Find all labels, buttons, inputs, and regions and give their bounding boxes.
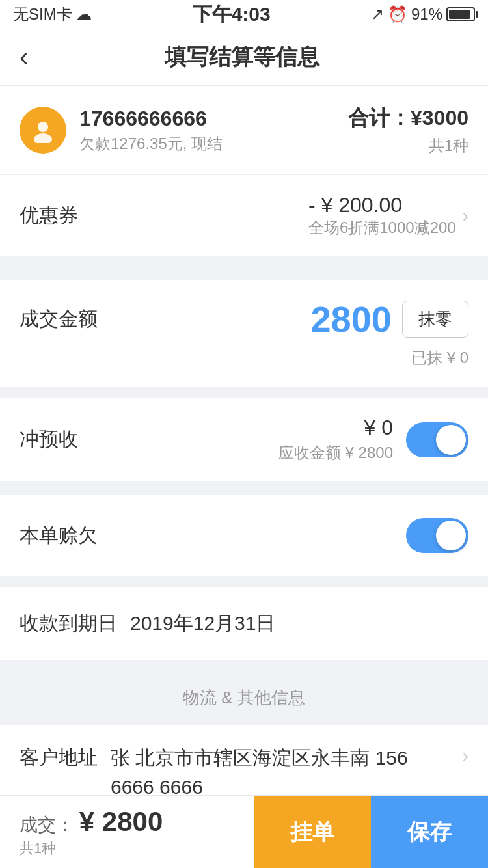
- alarm-icon: ⏰: [388, 5, 407, 23]
- customer-row: 17666666666 欠款1276.35元, 现结 合计：¥3000 共1种: [0, 86, 488, 174]
- footer-label: 成交：: [20, 815, 74, 835]
- location-icon: ↗: [371, 5, 384, 23]
- prepay-sub: 应收金额 ¥ 2800: [278, 442, 393, 463]
- coupon-info: - ¥ 200.00 全场6折满1000减200: [308, 193, 456, 238]
- prepay-amount-block: ¥ 0 应收金额 ¥ 2800: [278, 416, 393, 463]
- prepay-label: 冲预收: [20, 426, 78, 453]
- customer-section: 17666666666 欠款1276.35元, 现结 合计：¥3000 共1种 …: [0, 86, 488, 256]
- amount-label: 成交金额: [20, 306, 98, 332]
- amount-value: 2800: [310, 298, 392, 340]
- avatar: [20, 107, 66, 154]
- address-content: 张 北京市市辖区海淀区永丰南 156 6666 6666: [98, 743, 463, 802]
- amount-right: 2800 抹零: [310, 298, 468, 340]
- svg-point-1: [34, 133, 52, 143]
- duedate-row: 收款到期日 2019年12月31日: [0, 587, 488, 660]
- credit-row: 本单赊欠: [0, 495, 488, 576]
- save-button[interactable]: 保存: [371, 796, 488, 869]
- coupon-chevron-icon: ›: [463, 206, 468, 226]
- prepay-row: 冲预收 ¥ 0 应收金额 ¥ 2800: [0, 397, 488, 481]
- customer-sub: 欠款1276.35元, 现结: [79, 133, 223, 154]
- coupon-label: 优惠券: [20, 202, 78, 229]
- svg-point-0: [38, 122, 48, 132]
- customer-info: 17666666666 欠款1276.35元, 现结: [79, 107, 223, 154]
- status-time: 下午4:03: [193, 1, 271, 28]
- customer-left: 17666666666 欠款1276.35元, 现结: [20, 107, 223, 154]
- credit-toggle-knob: [436, 521, 466, 550]
- prepay-amount: ¥ 0: [278, 416, 393, 440]
- total-count: 共1种: [348, 135, 468, 156]
- status-bar: 无SIM卡 ☁ 下午4:03 ↗ ⏰ 91%: [0, 0, 488, 29]
- battery-icon: [446, 7, 475, 21]
- footer-amount: ¥ 2800: [79, 806, 163, 837]
- round-button[interactable]: 抹零: [402, 301, 468, 338]
- amount-sub: 已抹 ¥ 0: [411, 349, 468, 366]
- prepay-right: ¥ 0 应收金额 ¥ 2800: [278, 416, 468, 463]
- back-button[interactable]: ‹: [20, 42, 28, 72]
- prepay-toggle[interactable]: [406, 422, 468, 457]
- amount-section: 成交金额 2800 抹零 已抹 ¥ 0: [0, 280, 488, 387]
- logistics-divider: 物流 & 其他信息: [0, 671, 488, 725]
- duedate-label: 收款到期日: [20, 610, 117, 637]
- credit-label: 本单赊欠: [20, 522, 98, 549]
- divider-line-left: [20, 698, 172, 698]
- customer-phone: 17666666666: [79, 107, 223, 131]
- nav-bar: ‹ 填写结算等信息: [0, 29, 488, 86]
- coupon-right: - ¥ 200.00 全场6折满1000减200 ›: [308, 193, 468, 238]
- battery-percent: 91%: [411, 5, 442, 23]
- hold-button[interactable]: 挂单: [254, 796, 371, 869]
- logistics-label: 物流 & 其他信息: [183, 686, 305, 709]
- credit-toggle[interactable]: [406, 518, 468, 553]
- status-right: ↗ ⏰ 91%: [371, 5, 475, 23]
- coupon-discount: - ¥ 200.00: [308, 193, 456, 217]
- footer-count: 共1种: [20, 839, 234, 858]
- amount-row: 成交金额 2800 抹零: [20, 298, 468, 340]
- status-left: 无SIM卡 ☁: [13, 4, 92, 25]
- total-amount: 合计：¥3000: [348, 104, 468, 133]
- coupon-desc: 全场6折满1000减200: [308, 217, 456, 238]
- divider-1: [0, 267, 488, 280]
- page-title: 填写结算等信息: [41, 42, 442, 72]
- address-label: 客户地址: [20, 743, 98, 771]
- coupon-row[interactable]: 优惠券 - ¥ 200.00 全场6折满1000减200 ›: [0, 174, 488, 256]
- sim-label: 无SIM卡 ☁: [13, 4, 92, 25]
- address-chevron-icon: ›: [463, 743, 468, 766]
- divider-line-right: [316, 698, 468, 698]
- content-area: 17666666666 欠款1276.35元, 现结 合计：¥3000 共1种 …: [0, 86, 488, 868]
- divider-2: [0, 481, 488, 495]
- footer: 成交： ¥ 2800 共1种 挂单 保存: [0, 795, 488, 868]
- footer-label-row: 成交： ¥ 2800: [20, 806, 234, 837]
- customer-total: 合计：¥3000 共1种: [348, 104, 468, 156]
- duedate-value: 2019年12月31日: [130, 610, 275, 637]
- footer-info: 成交： ¥ 2800 共1种: [0, 806, 254, 858]
- toggle-knob: [436, 425, 466, 455]
